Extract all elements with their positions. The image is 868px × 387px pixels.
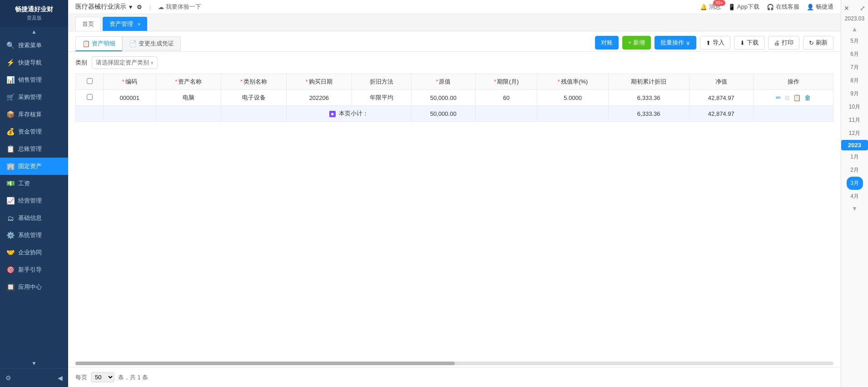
download-btn[interactable]: ⬇ 下载 <box>734 36 764 50</box>
import-icon: ⬆ <box>706 40 711 46</box>
sidebar-item-sales[interactable]: 📊 销售管理 <box>0 71 68 89</box>
row-select-checkbox[interactable] <box>87 94 93 100</box>
right-panel-expand-btn[interactable]: ⤢ <box>860 5 865 12</box>
month-item[interactable]: 4月 <box>841 190 868 203</box>
sidebar-item-label: 系统管理 <box>18 231 42 239</box>
sidebar-item-ledger[interactable]: 📋 总账管理 <box>0 140 68 158</box>
duplicate-icon[interactable]: 📋 <box>793 94 801 102</box>
row-period: 60 <box>476 90 537 106</box>
sidebar-item-purchase[interactable]: 🛒 采购管理 <box>0 89 68 106</box>
month-item[interactable]: 1月 <box>841 150 868 164</box>
month-item[interactable]: 12月 <box>841 127 868 140</box>
new-btn[interactable]: + 新增 <box>622 36 651 50</box>
topbar: 医疗器械行业演示 ▾ ⚙ | ☁ 我要体验一下 🔔 消息 99+ 📱 App下载… <box>68 0 841 14</box>
sidebar-item-app-center[interactable]: 🔲 应用中心 <box>0 278 68 296</box>
notifications-btn[interactable]: 🔔 消息 99+ <box>700 3 721 11</box>
category-dropdown-icon: ▾ <box>151 60 154 66</box>
sidebar-item-enterprise[interactable]: 🤝 企业协同 <box>0 244 68 261</box>
settings-icon[interactable]: ⚙ <box>4 372 13 383</box>
sidebar-item-search[interactable]: 🔍 搜索菜单 <box>0 37 68 54</box>
funds-icon: 💰 <box>6 128 15 136</box>
sidebar-logo: 畅捷通好业财 普及版 <box>0 0 68 27</box>
tab-close-btn[interactable]: × <box>138 21 140 27</box>
total-label: 条，共 1 条 <box>118 373 148 382</box>
col-original-value: *原值 <box>411 74 476 90</box>
sidebar-item-system[interactable]: ⚙️ 系统管理 <box>0 227 68 244</box>
scrollbar-thumb[interactable] <box>75 362 455 365</box>
username-label: 畅捷通 <box>816 3 833 11</box>
delete-icon[interactable]: 🗑 <box>804 94 811 102</box>
app-center-icon: 🔲 <box>6 283 15 291</box>
refresh-icon: ↻ <box>809 40 814 46</box>
demo-link[interactable]: ☁ 我要体验一下 <box>158 3 201 11</box>
app-download-btn[interactable]: 📱 App下载 <box>728 3 759 11</box>
col-period-depreciation: 期初累计折旧 <box>608 74 689 90</box>
salary-icon: 💵 <box>6 179 15 188</box>
sidebar-item-operations[interactable]: 📈 经营管理 <box>0 192 68 209</box>
sidebar-item-salary[interactable]: 💵 工资 <box>0 175 68 192</box>
print-btn[interactable]: 🖨 打印 <box>768 36 799 50</box>
sidebar-item-guide[interactable]: 🎯 新手引导 <box>0 261 68 278</box>
print-label: 打印 <box>782 39 794 47</box>
month-item[interactable]: 5月 <box>841 35 868 48</box>
per-page-select[interactable]: 50 100 200 <box>91 372 114 382</box>
content-area: 📋 资产明细 📄 变更生成凭证 对账 + 新增 批量操作 ∨ ⬆ 导入 <box>68 31 841 387</box>
sidebar-item-inventory[interactable]: 📦 库存核算 <box>0 106 68 123</box>
settings-gear-icon[interactable]: ⚙ <box>137 4 142 10</box>
col-depreciation-method: 折旧方法 <box>352 74 411 90</box>
sidebar-scroll-down[interactable]: ▼ <box>0 358 68 368</box>
month-scroll-down[interactable]: ▼ <box>850 203 860 214</box>
sub-tab-voucher-gen-label: 变更生成凭证 <box>139 40 174 48</box>
tab-home[interactable]: 首页 <box>75 17 101 31</box>
refresh-btn[interactable]: ↻ 刷新 <box>803 36 833 50</box>
category-select[interactable]: 请选择固定资产类别 ▾ <box>92 56 158 69</box>
sidebar-item-fixed-assets[interactable]: 🏢 固定资产 <box>0 158 68 175</box>
row-name: 电脑 <box>156 90 221 106</box>
sub-tab-asset-detail[interactable]: 📋 资产明细 <box>75 36 122 51</box>
row-residual-rate: 5.0000 <box>537 90 609 106</box>
company-selector[interactable]: 医疗器械行业演示 ▾ <box>75 3 132 11</box>
sidebar-item-basic-info[interactable]: 🗂 基础信息 <box>0 209 68 227</box>
sub-tab-voucher-gen[interactable]: 📄 变更生成凭证 <box>122 36 181 51</box>
table-body: 000001 电脑 电子设备 202206 年限平均 50,000.00 60 … <box>76 90 833 122</box>
subtotal-icon: ■ <box>329 111 336 117</box>
system-icon: ⚙️ <box>6 231 15 239</box>
user-avatar-btn[interactable]: 👤 畅捷通 <box>807 3 833 11</box>
month-item[interactable]: 10月 <box>841 100 868 114</box>
month-scroll-up[interactable]: ▲ <box>850 24 860 35</box>
month-item[interactable]: 3月 <box>847 177 863 190</box>
month-item[interactable]: 2月 <box>841 164 868 177</box>
sidebar-item-funds[interactable]: 💰 资金管理 <box>0 123 68 140</box>
month-item[interactable]: 6月 <box>841 48 868 61</box>
copy-icon[interactable]: ⧉ <box>785 94 789 102</box>
topbar-right: 🔔 消息 99+ 📱 App下载 🎧 在线客服 👤 畅捷通 <box>700 3 833 11</box>
collapse-icon[interactable]: ◀ <box>56 372 64 383</box>
month-item[interactable]: 8月 <box>841 74 868 87</box>
sidebar-scroll-up[interactable]: ▲ <box>0 27 68 37</box>
year-marker[interactable]: 2023 <box>841 140 868 150</box>
horizontal-scrollbar[interactable] <box>68 360 841 367</box>
sub-tabs: 📋 资产明细 📄 变更生成凭证 对账 + 新增 批量操作 ∨ ⬆ 导入 <box>68 31 841 52</box>
cloud-icon: ☁ <box>158 4 164 10</box>
notification-badge: 99+ <box>713 0 725 6</box>
sidebar-item-label: 新手引导 <box>18 266 42 274</box>
sub-tab-asset-detail-label: 资产明细 <box>92 40 115 48</box>
edit-icon[interactable]: ✏ <box>776 94 781 102</box>
batch-btn[interactable]: 批量操作 ∨ <box>655 36 696 50</box>
row-code: 000001 <box>104 90 156 106</box>
tab-asset-mgmt[interactable]: 资产管理 × <box>103 17 147 31</box>
sidebar-item-quick-nav[interactable]: ⚡ 快捷导航 <box>0 54 68 71</box>
select-all-checkbox[interactable] <box>87 78 93 84</box>
online-service-label: 在线客服 <box>776 3 799 11</box>
month-item[interactable]: 9月 <box>841 87 868 100</box>
right-panel-close-btn[interactable]: ✕ <box>844 5 849 12</box>
month-item[interactable]: 11月 <box>841 114 868 127</box>
import-btn[interactable]: ⬆ 导入 <box>700 36 730 50</box>
online-service-btn[interactable]: 🎧 在线客服 <box>767 3 799 11</box>
pagination: 每页 50 100 200 条，共 1 条 <box>68 367 841 387</box>
sidebar-item-label: 采购管理 <box>18 93 42 101</box>
month-item[interactable]: 7月 <box>841 61 868 74</box>
account-btn[interactable]: 对账 <box>595 36 619 50</box>
inventory-icon: 📦 <box>6 110 15 119</box>
row-checkbox[interactable] <box>76 90 104 106</box>
